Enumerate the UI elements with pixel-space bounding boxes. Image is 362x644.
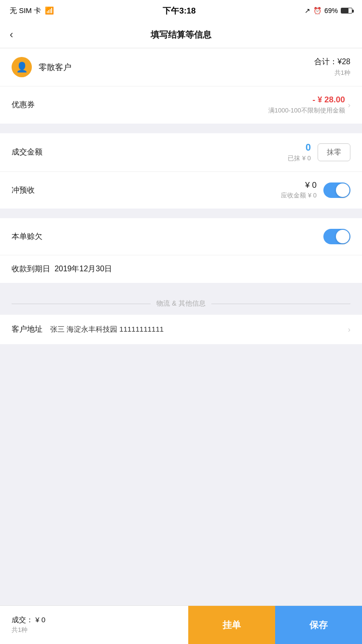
customer-row: 👤 零散客户 合计：¥28 共1种 <box>0 48 362 86</box>
transaction-value[interactable]: 0 <box>306 142 311 153</box>
status-bar: 无 SIM 卡 📶 下午3:18 ↗ ⏰ 69% <box>0 0 362 21</box>
nav-bar: ‹ 填写结算等信息 <box>0 21 362 48</box>
debit-toggle-knob <box>336 230 349 243</box>
avatar: 👤 <box>12 57 32 77</box>
coupon-chevron-icon: › <box>348 101 350 110</box>
toggle-knob <box>336 183 349 197</box>
total-amount: 合计：¥28 <box>314 57 350 67</box>
divider-2 <box>0 213 362 218</box>
debit-section: 本单赊欠 收款到期日 2019年12月30日 <box>0 218 362 283</box>
carrier-text: 无 SIM 卡 <box>10 6 41 15</box>
location-icon: ↗ <box>305 7 310 14</box>
footer: 成交： ¥ 0 共1种 挂单 保存 <box>0 605 362 644</box>
time-display: 下午3:18 <box>163 5 195 16</box>
coupon-row[interactable]: 优惠券 - ¥ 28.00 满1000-100不限制使用金额 › <box>0 86 362 124</box>
address-value: 张三 海淀永丰科技园 11111111111 <box>50 325 340 334</box>
footer-count: 共1种 <box>12 626 177 634</box>
round-button[interactable]: 抹零 <box>318 143 350 161</box>
footer-deal: 成交： ¥ 0 <box>12 616 177 625</box>
due-date-row: 收款到期日 2019年12月30日 <box>0 255 362 283</box>
transaction-value-block: 0 已抹 ¥ 0 <box>288 142 311 163</box>
total-count: 共1种 <box>314 69 350 77</box>
avatar-icon: 👤 <box>16 61 28 73</box>
customer-name: 零散客户 <box>39 62 71 73</box>
address-row[interactable]: 客户地址 张三 海淀永丰科技园 11111111111 › <box>0 315 362 344</box>
debit-toggle[interactable] <box>323 229 350 244</box>
wifi-icon: 📶 <box>45 6 54 15</box>
prepaid-row: 冲预收 ¥ 0 应收金额 ¥ 0 <box>0 172 362 209</box>
customer-left: 👤 零散客户 <box>12 57 71 77</box>
address-section: 客户地址 张三 海淀永丰科技园 11111111111 › <box>0 315 362 344</box>
prepaid-value-block: ¥ 0 应收金额 ¥ 0 <box>281 181 317 200</box>
customer-section: 👤 零散客户 合计：¥28 共1种 优惠券 - ¥ 28.00 满1000-10… <box>0 48 362 124</box>
battery-icon <box>341 8 352 14</box>
coupon-right-block: - ¥ 28.00 满1000-100不限制使用金额 <box>268 95 345 115</box>
debit-label: 本单赊欠 <box>12 232 42 242</box>
prepaid-right: ¥ 0 应收金额 ¥ 0 <box>281 181 350 200</box>
transaction-row: 成交金额 0 已抹 ¥ 0 抹零 <box>0 133 362 172</box>
transaction-label: 成交金额 <box>12 147 42 157</box>
address-chevron-icon: › <box>348 325 350 334</box>
due-date-label: 收款到期日 2019年12月30日 <box>12 265 112 273</box>
save-button[interactable]: 保存 <box>275 606 362 644</box>
alarm-icon: ⏰ <box>313 7 321 14</box>
divider-1 <box>0 128 362 133</box>
bottom-space <box>0 349 362 446</box>
prepaid-sub: 应收金额 ¥ 0 <box>281 191 317 200</box>
footer-info: 成交： ¥ 0 共1种 <box>0 606 188 644</box>
transaction-right: 0 已抹 ¥ 0 抹零 <box>288 142 350 163</box>
debit-row: 本单赊欠 <box>0 218 362 255</box>
page-title: 填写结算等信息 <box>151 29 211 41</box>
prepaid-value: ¥ 0 <box>281 181 317 190</box>
customer-right: 合计：¥28 共1种 <box>314 57 350 77</box>
coupon-description: 满1000-100不限制使用金额 <box>268 106 345 115</box>
transaction-section: 成交金额 0 已抹 ¥ 0 抹零 冲预收 ¥ 0 应收金额 ¥ 0 <box>0 133 362 209</box>
pending-button[interactable]: 挂单 <box>188 606 275 644</box>
battery-percent: 69% <box>324 7 338 14</box>
back-button[interactable]: ‹ <box>10 28 13 41</box>
logistics-label: 物流 & 其他信息 <box>156 299 205 308</box>
prepaid-toggle[interactable] <box>323 182 350 198</box>
address-label: 客户地址 <box>12 324 42 335</box>
coupon-discount: - ¥ 28.00 <box>268 95 345 105</box>
coupon-label: 优惠券 <box>12 100 35 110</box>
logistics-header: 物流 & 其他信息 <box>0 293 362 315</box>
transaction-sub: 已抹 ¥ 0 <box>288 154 311 163</box>
prepaid-label: 冲预收 <box>12 185 35 196</box>
divider-3 <box>0 288 362 293</box>
